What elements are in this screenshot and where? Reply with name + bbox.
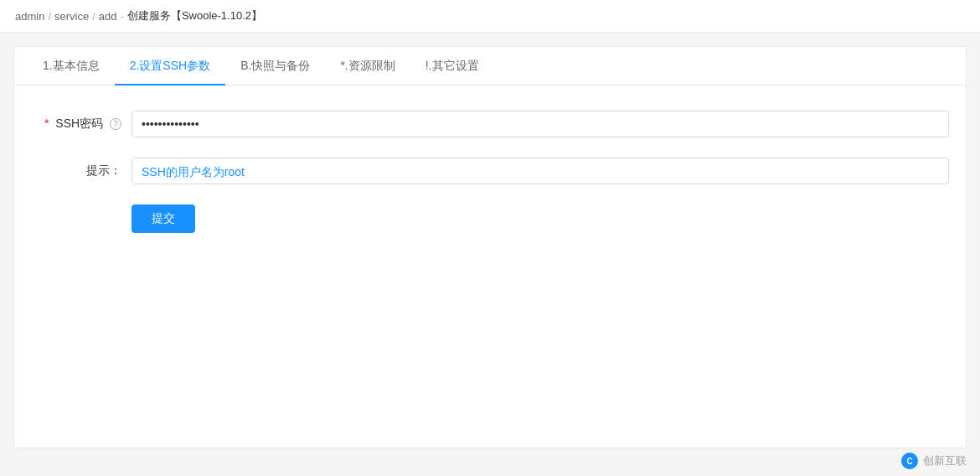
tab-ssh[interactable]: 2.设置SSH参数 bbox=[115, 47, 225, 85]
brand-icon: C bbox=[901, 453, 918, 469]
tab-other[interactable]: !.其它设置 bbox=[410, 47, 494, 85]
hint-row: 提示： SSH的用户名为root bbox=[14, 158, 966, 184]
tabs-bar: 1.基本信息 2.设置SSH参数 B.快照与备份 *.资源限制 !.其它设置 bbox=[14, 47, 966, 85]
tab-resource[interactable]: *.资源限制 bbox=[325, 47, 410, 85]
ssh-password-row: * SSH密码 ? bbox=[14, 111, 966, 137]
ssh-password-label: * SSH密码 ? bbox=[31, 116, 132, 132]
breadcrumb-service[interactable]: service bbox=[54, 10, 89, 23]
breadcrumb-sep2: / bbox=[92, 10, 95, 23]
footer-brand: C 创新互联 bbox=[901, 453, 967, 469]
main-card: 1.基本信息 2.设置SSH参数 B.快照与备份 *.资源限制 !.其它设置 *… bbox=[13, 46, 967, 448]
breadcrumb-dash: - bbox=[121, 10, 124, 23]
required-mark: * bbox=[44, 116, 49, 130]
breadcrumb-title: 创建服务【Swoole-1.10.2】 bbox=[127, 8, 262, 23]
help-icon[interactable]: ? bbox=[110, 118, 121, 130]
form-area: * SSH密码 ? 提示： SSH的用户名为root 提交 bbox=[14, 85, 966, 258]
ssh-password-input[interactable] bbox=[132, 111, 949, 137]
submit-row: 提交 bbox=[14, 204, 966, 233]
tab-basic[interactable]: 1.基本信息 bbox=[28, 47, 115, 85]
breadcrumb-add: add bbox=[99, 10, 117, 23]
breadcrumb: admin / service / add - 创建服务【Swoole-1.10… bbox=[0, 0, 980, 33]
tab-snapshot[interactable]: B.快照与备份 bbox=[225, 47, 325, 85]
brand-name: 创新互联 bbox=[923, 453, 967, 468]
breadcrumb-admin[interactable]: admin bbox=[15, 10, 44, 23]
hint-text: SSH的用户名为root bbox=[132, 158, 949, 184]
submit-button[interactable]: 提交 bbox=[132, 204, 195, 233]
hint-label: 提示： bbox=[31, 163, 132, 178]
breadcrumb-sep1: / bbox=[48, 10, 51, 23]
